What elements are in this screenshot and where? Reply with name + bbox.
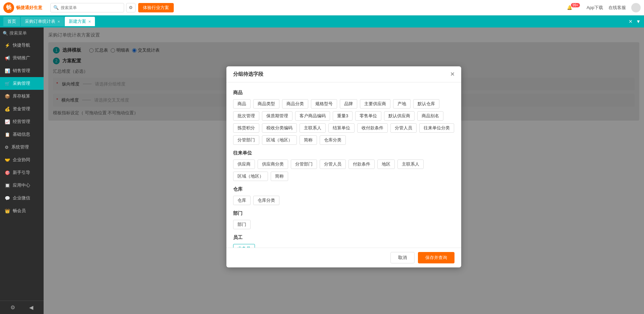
tab-new-plan-close[interactable]: ✕ bbox=[88, 20, 91, 23]
settings-gear-button[interactable]: ⚙ bbox=[126, 3, 136, 12]
field-tag-party-abbr[interactable]: 简称 bbox=[271, 172, 288, 181]
sidebar-business-label: 经营管理 bbox=[13, 119, 30, 125]
sidebar-system-label: 系统管理 bbox=[11, 144, 29, 150]
confirm-save-button[interactable]: 保存并查询 bbox=[418, 252, 454, 263]
sidebar-guide-label: 新手引导 bbox=[13, 170, 30, 176]
sidebar-item-wechat[interactable]: 💬 企业微信 bbox=[0, 192, 44, 204]
field-tag-supplier-category[interactable]: 供应商分类 bbox=[258, 160, 288, 169]
field-tag-warehouse-cat[interactable]: 仓库分类 bbox=[320, 135, 346, 145]
sidebar-bottom: ⚙ ◀ bbox=[0, 301, 44, 314]
field-tag-weight[interactable]: 重量3 bbox=[333, 111, 353, 121]
sidebar-item-app-center[interactable]: 🔲 应用中心 bbox=[0, 179, 44, 192]
sidebar-item-collab[interactable]: 🤝 企业协同 bbox=[0, 153, 44, 166]
field-tag-batch-management[interactable]: 批次管理 bbox=[233, 111, 259, 121]
field-tag-party-region[interactable]: 区域（地区） bbox=[233, 172, 268, 181]
field-tag-payment-terms[interactable]: 收付款条件 bbox=[357, 123, 388, 133]
field-tag-default-warehouse[interactable]: 默认仓库 bbox=[413, 99, 439, 109]
field-tag-party-category[interactable]: 往来单位分类 bbox=[419, 123, 454, 133]
user-avatar[interactable] bbox=[631, 3, 641, 12]
sidebar-marketing-label: 营销推广 bbox=[13, 55, 30, 61]
field-tag-spec-model[interactable]: 规格型号 bbox=[311, 99, 337, 109]
tab-new-plan-label: 新建方案 bbox=[69, 18, 86, 24]
field-tag-main-supplier[interactable]: 主要供应商 bbox=[360, 99, 390, 109]
section-employee-heading: 员工 bbox=[233, 235, 454, 241]
sidebar-item-quick-nav[interactable]: ⚡ 快捷导航 bbox=[0, 39, 44, 52]
tab-new-plan[interactable]: 新建方案 ✕ bbox=[65, 17, 95, 26]
field-tag-goods-category[interactable]: 商品分类 bbox=[282, 99, 308, 109]
top-navigation: 畅 畅捷通好生意 🔍 ⚙ 体验行业方案 🔔99+ App下载 在线客服 bbox=[0, 0, 644, 15]
sidebar-member-label: 畅会员 bbox=[13, 208, 26, 214]
sidebar-item-finance[interactable]: 💰 资金管理 bbox=[0, 103, 44, 115]
field-tag-party-manager[interactable]: 分管人员 bbox=[320, 160, 346, 169]
search-icon: 🔍 bbox=[53, 5, 59, 10]
field-tag-region[interactable]: 区域（地区） bbox=[262, 135, 297, 145]
sidebar-collapse-icon[interactable]: ◀ bbox=[29, 304, 33, 311]
sidebar-item-member[interactable]: 👑 畅会员 bbox=[0, 204, 44, 217]
sidebar-item-sales[interactable]: 📊 销售管理 bbox=[0, 64, 44, 77]
sidebar-sales-icon: 📊 bbox=[5, 68, 10, 73]
field-tag-default-supplier[interactable]: 默认供应商 bbox=[384, 111, 415, 121]
sidebar-collab-icon: 🤝 bbox=[5, 158, 10, 163]
tab-bar: 首页 采购订单统计表 ✕ 新建方案 ✕ ✕ ▼ bbox=[0, 15, 644, 27]
field-tag-goods-alias[interactable]: 商品别名 bbox=[417, 111, 443, 121]
sidebar-item-inventory[interactable]: 📦 库存核算 bbox=[0, 90, 44, 103]
notification-badge: 99+ bbox=[571, 3, 580, 7]
modal-footer: 取消 保存并查询 bbox=[226, 248, 461, 267]
cancel-button[interactable]: 取消 bbox=[390, 252, 415, 263]
field-tag-warehouse[interactable]: 仓库 bbox=[233, 196, 251, 205]
field-tag-abbr[interactable]: 简称 bbox=[300, 135, 317, 145]
field-tag-dept[interactable]: 分管部门 bbox=[233, 135, 259, 145]
field-tag-tax-code[interactable]: 税收分类编码 bbox=[262, 123, 297, 133]
field-tag-manager[interactable]: 分管人员 bbox=[390, 123, 417, 133]
tab-purchase-order-close[interactable]: ✕ bbox=[57, 20, 60, 23]
sidebar-wechat-icon: 💬 bbox=[5, 196, 10, 201]
field-tag-settlement-unit[interactable]: 结算单位 bbox=[328, 123, 355, 133]
content-area: 采购订单统计表方案设置 1 选择模板 汇总表 明细表 交叉统计表 bbox=[44, 27, 644, 314]
field-select-modal: 分组待选字段 ✕ 商品 商品 商品类型 商品分类 规格型号 品牌 主要供应商 产… bbox=[226, 66, 461, 267]
modal-title: 分组待选字段 bbox=[233, 71, 263, 77]
modal-close-button[interactable]: ✕ bbox=[450, 71, 454, 77]
tab-purchase-order[interactable]: 采购订单统计表 ✕ bbox=[21, 17, 64, 26]
field-tag-pick-score[interactable]: 拣货积分 bbox=[233, 123, 259, 133]
trial-btn[interactable]: 体验行业方案 bbox=[138, 3, 174, 12]
field-tag-brand[interactable]: 品牌 bbox=[340, 99, 357, 109]
field-tag-customer-code[interactable]: 客户商品编码 bbox=[295, 111, 330, 121]
search-input[interactable] bbox=[61, 5, 121, 10]
field-tag-main-contact[interactable]: 主联系人 bbox=[300, 123, 326, 133]
sidebar-item-marketing[interactable]: 📢 营销推广 bbox=[0, 52, 44, 64]
app-download-link[interactable]: App下载 bbox=[587, 5, 603, 11]
section-goods-heading: 商品 bbox=[233, 90, 454, 96]
sidebar-item-basic-info[interactable]: 📋 基础信息 bbox=[0, 128, 44, 141]
sidebar-item-purchase[interactable]: 🛒 采购管理 bbox=[0, 77, 44, 90]
field-tag-goods-type[interactable]: 商品类型 bbox=[253, 99, 279, 109]
tab-home-label: 首页 bbox=[7, 18, 16, 24]
field-tag-goods[interactable]: 商品 bbox=[233, 99, 251, 109]
field-tag-party-dept[interactable]: 分管部门 bbox=[291, 160, 317, 169]
sidebar-item-system[interactable]: ⚙ 系统管理 bbox=[0, 141, 44, 153]
field-tag-warehouse-category[interactable]: 仓库分类 bbox=[253, 196, 279, 205]
nav-search-box[interactable]: 🔍 bbox=[50, 3, 124, 12]
sidebar-search[interactable]: 🔍 搜索菜单 bbox=[0, 27, 44, 39]
field-tag-department[interactable]: 部门 bbox=[233, 220, 251, 229]
field-tag-retail-unit[interactable]: 零售单位 bbox=[355, 111, 381, 121]
sidebar-item-guide[interactable]: 🎯 新手引导 bbox=[0, 166, 44, 179]
online-service-link[interactable]: 在线客服 bbox=[608, 5, 626, 11]
tab-bar-menu-btn[interactable]: ▼ bbox=[636, 19, 641, 24]
field-tag-origin[interactable]: 产地 bbox=[393, 99, 411, 109]
sidebar-item-business[interactable]: 📈 经营管理 bbox=[0, 115, 44, 128]
tab-home[interactable]: 首页 bbox=[3, 17, 20, 26]
sidebar-search-icon: 🔍 bbox=[3, 31, 8, 36]
tab-bar-close-btn[interactable]: ✕ bbox=[629, 19, 633, 24]
field-tag-party-contact[interactable]: 主联系人 bbox=[397, 160, 424, 169]
logo-text: 畅捷通好生意 bbox=[16, 5, 42, 10]
sidebar-settings-icon[interactable]: ⚙ bbox=[10, 304, 15, 311]
notification-bell[interactable]: 🔔99+ bbox=[567, 5, 581, 10]
field-tag-salesperson[interactable]: 业务员 bbox=[233, 244, 255, 248]
field-tag-supplier[interactable]: 供应商 bbox=[233, 160, 255, 169]
sidebar-marketing-icon: 📢 bbox=[5, 56, 10, 61]
tab-purchase-order-label: 采购订单统计表 bbox=[25, 18, 55, 24]
field-tag-party-payment[interactable]: 付款条件 bbox=[348, 160, 375, 169]
sidebar-guide-icon: 🎯 bbox=[5, 170, 10, 175]
field-tag-shelf-life[interactable]: 保质期管理 bbox=[262, 111, 292, 121]
field-tag-party-area[interactable]: 地区 bbox=[377, 160, 395, 169]
